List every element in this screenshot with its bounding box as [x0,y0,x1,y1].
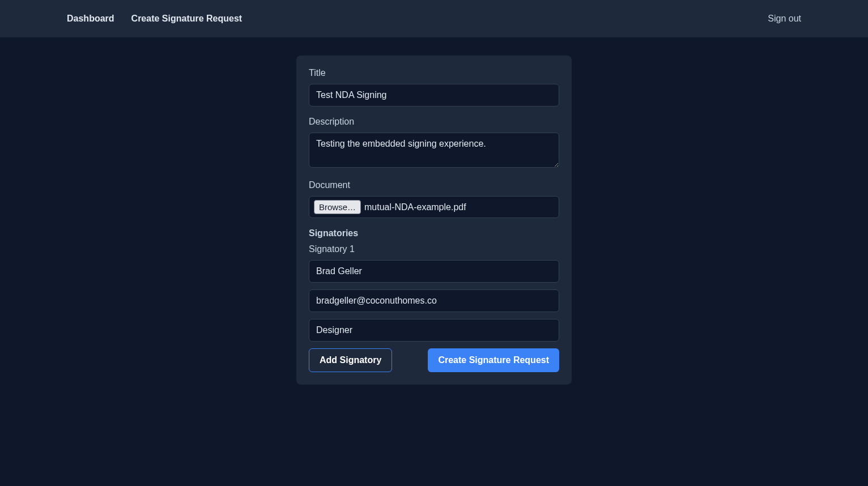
description-input[interactable]: Testing the embedded signing experience. [309,133,559,168]
navbar: Dashboard Create Signature Request Sign … [0,0,868,37]
title-input[interactable] [309,84,559,106]
signatories-section: Signatories Signatory 1 Add Signatory Cr… [309,228,559,372]
title-label: Title [309,68,559,78]
create-signature-request-button[interactable]: Create Signature Request [428,348,559,372]
signatory-email-input[interactable] [309,289,559,312]
signatory-1-label: Signatory 1 [309,244,559,254]
content: Title Description Testing the embedded s… [0,37,868,385]
signatory-name-input[interactable] [309,260,559,283]
browse-button[interactable]: Browse… [314,200,361,214]
signatories-heading: Signatories [309,228,559,238]
description-group: Description Testing the embedded signing… [309,117,559,170]
nav-dashboard[interactable]: Dashboard [67,14,114,24]
button-row: Add Signatory Create Signature Request [309,348,559,372]
nav-create-request[interactable]: Create Signature Request [131,14,242,24]
nav-left: Dashboard Create Signature Request [67,14,242,24]
description-label: Description [309,117,559,127]
add-signatory-button[interactable]: Add Signatory [309,348,392,372]
form-card: Title Description Testing the embedded s… [296,56,572,385]
document-label: Document [309,180,559,190]
signatory-role-input[interactable] [309,319,559,342]
nav-sign-out[interactable]: Sign out [768,14,801,24]
file-name: mutual-NDA-example.pdf [364,202,466,212]
file-input[interactable]: Browse… mutual-NDA-example.pdf [309,196,559,218]
signatory-1-inputs [309,260,559,342]
document-group: Document Browse… mutual-NDA-example.pdf [309,180,559,218]
title-group: Title [309,68,559,106]
